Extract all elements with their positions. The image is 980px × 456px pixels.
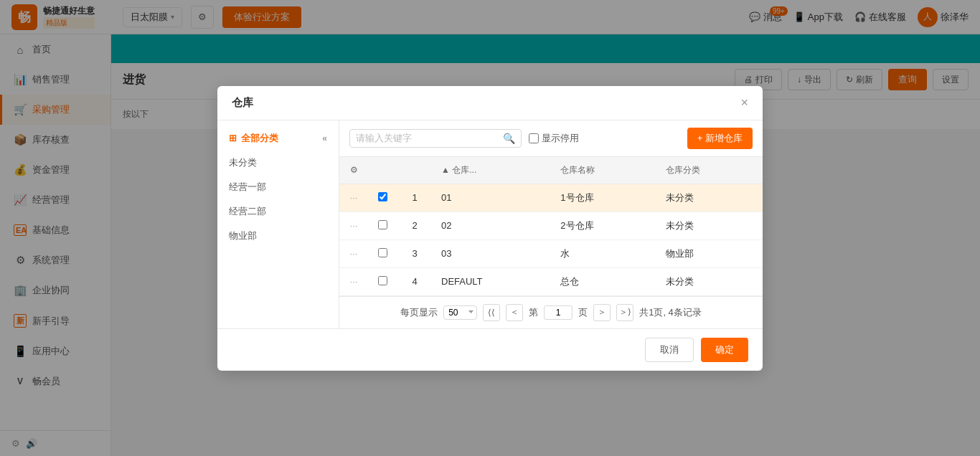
row-name: 总仓 bbox=[552, 267, 657, 295]
table-row[interactable]: ··· 3 03 水 物业部 bbox=[339, 239, 763, 267]
col-header-num bbox=[397, 157, 433, 184]
col-header-code[interactable]: ▲ 仓库... bbox=[433, 157, 552, 184]
row-num: 3 bbox=[397, 239, 433, 267]
confirm-button[interactable]: 确定 bbox=[701, 338, 748, 362]
row-checkbox[interactable] bbox=[378, 276, 387, 285]
row-category: 未分类 bbox=[657, 267, 763, 295]
row-checkbox-cell bbox=[368, 267, 397, 295]
row-actions-cell: ··· bbox=[339, 212, 368, 239]
row-num: 4 bbox=[397, 267, 433, 295]
cancel-button[interactable]: 取消 bbox=[645, 338, 694, 362]
row-num: 1 bbox=[397, 184, 433, 212]
show-disabled-label[interactable]: 显示停用 bbox=[529, 132, 579, 145]
row-actions-cell: ··· bbox=[339, 239, 368, 267]
category-item-unclassified[interactable]: 未分类 bbox=[217, 151, 339, 175]
modal-overlay[interactable]: 仓库 × ⊞ 全部分类 « 未分类 经营一部 经营二部 物业部 bbox=[0, 0, 980, 456]
row-more-icon[interactable]: ··· bbox=[350, 220, 358, 231]
category-item-ops2[interactable]: 经营二部 bbox=[217, 199, 339, 224]
row-checkbox-cell bbox=[368, 239, 397, 267]
next-page-button[interactable]: ＞ bbox=[593, 304, 611, 321]
all-category-header[interactable]: ⊞ 全部分类 « bbox=[217, 126, 339, 151]
page-label: 第 bbox=[529, 306, 538, 319]
table-panel: 🔍 显示停用 + 新增仓库 ⚙ bbox=[339, 120, 763, 328]
add-warehouse-button[interactable]: + 新增仓库 bbox=[687, 128, 753, 149]
show-disabled-checkbox[interactable] bbox=[529, 133, 539, 143]
col-header-name[interactable]: 仓库名称 bbox=[552, 157, 657, 184]
table-row[interactable]: ··· 1 01 1号仓库 未分类 bbox=[339, 184, 763, 212]
data-table: ⚙ ▲ 仓库... 仓库名称 仓库分类 bbox=[339, 157, 763, 296]
page-size-select[interactable]: 50 10 20 100 bbox=[443, 305, 477, 320]
row-more-icon[interactable]: ··· bbox=[350, 248, 358, 259]
row-checkbox-cell bbox=[368, 184, 397, 212]
col-header-gear: ⚙ bbox=[339, 157, 368, 184]
table-row[interactable]: ··· 2 02 2号仓库 未分类 bbox=[339, 212, 763, 239]
modal-body: ⊞ 全部分类 « 未分类 经营一部 经营二部 物业部 🔍 bbox=[217, 120, 763, 328]
prev-page-button[interactable]: ＜ bbox=[506, 304, 523, 321]
close-icon[interactable]: × bbox=[740, 96, 748, 109]
modal-footer: 取消 确定 bbox=[217, 328, 763, 371]
show-disabled-text: 显示停用 bbox=[542, 132, 579, 145]
row-checkbox[interactable] bbox=[378, 192, 387, 201]
category-panel: ⊞ 全部分类 « 未分类 经营一部 经营二部 物业部 bbox=[217, 120, 339, 328]
page-input[interactable] bbox=[544, 305, 573, 320]
category-item-ops1[interactable]: 经营一部 bbox=[217, 175, 339, 199]
search-input[interactable] bbox=[356, 133, 503, 143]
col-header-category[interactable]: 仓库分类 bbox=[657, 157, 763, 184]
category-item-property[interactable]: 物业部 bbox=[217, 224, 339, 248]
row-name: 水 bbox=[552, 239, 657, 267]
row-category: 未分类 bbox=[657, 184, 763, 212]
table-header-row: ⚙ ▲ 仓库... 仓库名称 仓库分类 bbox=[339, 157, 763, 184]
row-more-icon[interactable]: ··· bbox=[350, 276, 358, 287]
row-actions-cell: ··· bbox=[339, 184, 368, 212]
row-category: 物业部 bbox=[657, 239, 763, 267]
search-box: 🔍 bbox=[349, 129, 522, 148]
modal-title: 仓库 bbox=[232, 96, 253, 110]
table-row[interactable]: ··· 4 DEFAULT 总仓 未分类 bbox=[339, 267, 763, 295]
row-code: 03 bbox=[433, 239, 552, 267]
last-page-button[interactable]: ＞⟩ bbox=[616, 304, 633, 321]
table-toolbar: 🔍 显示停用 + 新增仓库 bbox=[339, 120, 763, 157]
row-actions-cell: ··· bbox=[339, 267, 368, 295]
grid-icon: ⊞ bbox=[229, 133, 237, 143]
row-num: 2 bbox=[397, 212, 433, 239]
row-more-icon[interactable]: ··· bbox=[350, 192, 358, 203]
total-info: 共1页, 4条记录 bbox=[639, 306, 702, 319]
row-checkbox-cell bbox=[368, 212, 397, 239]
collapse-icon[interactable]: « bbox=[322, 133, 327, 143]
modal-header: 仓库 × bbox=[217, 86, 763, 120]
row-checkbox[interactable] bbox=[378, 248, 387, 257]
page-suffix: 页 bbox=[578, 306, 588, 319]
row-code: 02 bbox=[433, 212, 552, 239]
row-category: 未分类 bbox=[657, 212, 763, 239]
search-icon[interactable]: 🔍 bbox=[503, 133, 515, 144]
row-code: DEFAULT bbox=[433, 267, 552, 295]
row-name: 2号仓库 bbox=[552, 212, 657, 239]
first-page-button[interactable]: ⟨⟨ bbox=[483, 304, 500, 321]
pagination: 每页显示 50 10 20 100 ⟨⟨ ＜ 第 页 ＞ ＞⟩ 共1页, 4条记… bbox=[339, 296, 763, 328]
row-name: 1号仓库 bbox=[552, 184, 657, 212]
col-header-checkbox bbox=[368, 157, 397, 184]
row-checkbox[interactable] bbox=[378, 220, 387, 229]
row-code: 01 bbox=[433, 184, 552, 212]
page-size-label: 每页显示 bbox=[400, 306, 438, 319]
all-category-label: 全部分类 bbox=[241, 132, 278, 145]
warehouse-modal: 仓库 × ⊞ 全部分类 « 未分类 经营一部 经营二部 物业部 bbox=[217, 86, 763, 371]
